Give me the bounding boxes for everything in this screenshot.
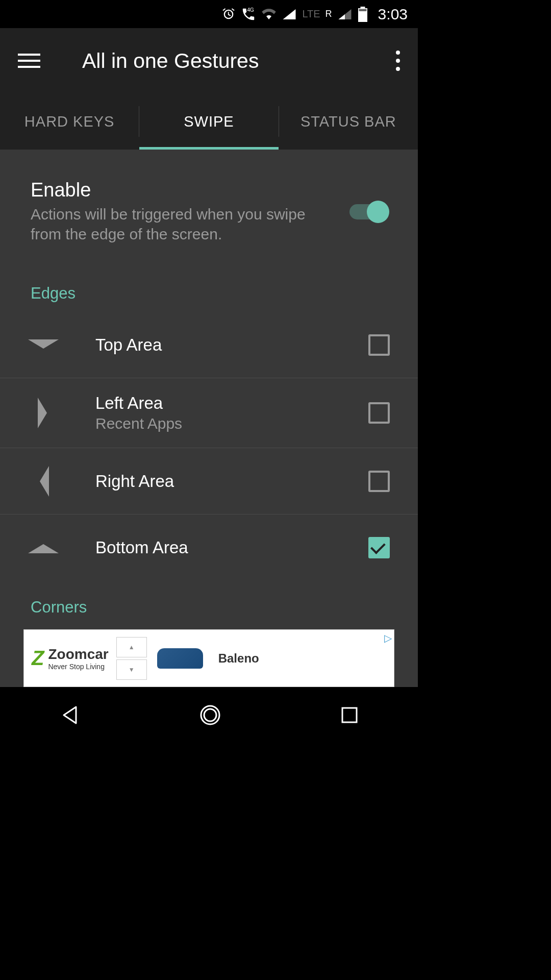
swipe-left-icon [23, 466, 64, 497]
enable-description: Actions will be triggered when you swipe… [31, 204, 324, 244]
edge-item-top[interactable]: Top Area [0, 312, 418, 378]
ad-product-name: Baleno [218, 651, 259, 666]
ad-logo-icon: Z [32, 647, 44, 670]
swipe-right-icon [23, 398, 64, 428]
edge-item-left[interactable]: Left Area Recent Apps [0, 378, 418, 448]
checkbox-left-area[interactable] [368, 402, 390, 424]
ad-brand: Zoomcar [48, 646, 108, 663]
edge-item-right[interactable]: Right Area [0, 448, 418, 514]
system-nav-bar [0, 687, 418, 743]
ad-scroll-buttons[interactable]: ▲ ▼ [116, 637, 147, 680]
system-status-bar: 4G LTE R 3:03 [0, 0, 418, 28]
edge-item-subtitle: Recent Apps [95, 415, 368, 432]
ad-banner[interactable]: Z Zoomcar Never Stop Living ▲ ▼ Baleno ▷ [23, 629, 394, 687]
edge-item-label: Left Area [95, 394, 368, 413]
checkbox-top-area[interactable] [368, 334, 390, 356]
wifi-icon [261, 8, 277, 21]
signal-2-icon [337, 8, 353, 21]
app-header: All in one Gestures [0, 28, 418, 93]
signal-icon [282, 8, 297, 21]
tab-status-bar[interactable]: STATUS BAR [279, 93, 418, 150]
status-time: 3:03 [378, 6, 408, 23]
svg-rect-3 [359, 9, 366, 11]
enable-row[interactable]: Enable Actions will be triggered when yo… [0, 150, 418, 267]
edge-item-label: Right Area [95, 472, 368, 491]
battery-icon [358, 7, 368, 22]
nav-home-button[interactable] [198, 703, 222, 727]
ad-arrow-down-icon[interactable]: ▼ [116, 659, 147, 680]
more-vert-icon[interactable] [396, 51, 400, 71]
section-header-edges: Edges [0, 267, 418, 312]
ad-choices-icon[interactable]: ▷ [384, 632, 392, 644]
ad-arrow-up-icon[interactable]: ▲ [116, 637, 147, 657]
ad-car-image [157, 648, 203, 669]
status-icons: 4G LTE R 3:03 [221, 6, 408, 23]
tab-bar: HARD KEYS SWIPE STATUS BAR [0, 93, 418, 150]
checkbox-bottom-area[interactable] [368, 537, 390, 558]
app-title: All in one Gestures [82, 49, 259, 73]
nav-back-button[interactable] [59, 704, 81, 726]
roaming-label: R [325, 9, 332, 19]
hamburger-menu-icon[interactable] [18, 54, 40, 68]
checkbox-right-area[interactable] [368, 471, 390, 492]
swipe-down-icon [23, 339, 64, 351]
edge-item-bottom[interactable]: Bottom Area [0, 514, 418, 581]
nav-recents-button[interactable] [339, 705, 360, 725]
svg-text:4G: 4G [247, 7, 255, 13]
section-header-corners: Corners [0, 581, 418, 626]
edge-item-label: Top Area [95, 335, 368, 355]
edge-item-label: Bottom Area [95, 538, 368, 557]
svg-point-5 [204, 709, 216, 721]
swipe-up-icon [23, 542, 64, 553]
lte-label: LTE [302, 8, 320, 20]
svg-rect-6 [342, 708, 357, 722]
tab-swipe[interactable]: SWIPE [139, 93, 278, 150]
svg-rect-2 [360, 7, 365, 8]
tab-hard-keys[interactable]: HARD KEYS [0, 93, 139, 150]
content-area: Enable Actions will be triggered when yo… [0, 150, 418, 687]
ad-tagline: Never Stop Living [48, 663, 108, 671]
enable-toggle[interactable] [349, 204, 387, 219]
alarm-icon [221, 7, 236, 21]
enable-title: Enable [31, 179, 324, 201]
phone-4g-icon: 4G [241, 7, 256, 22]
